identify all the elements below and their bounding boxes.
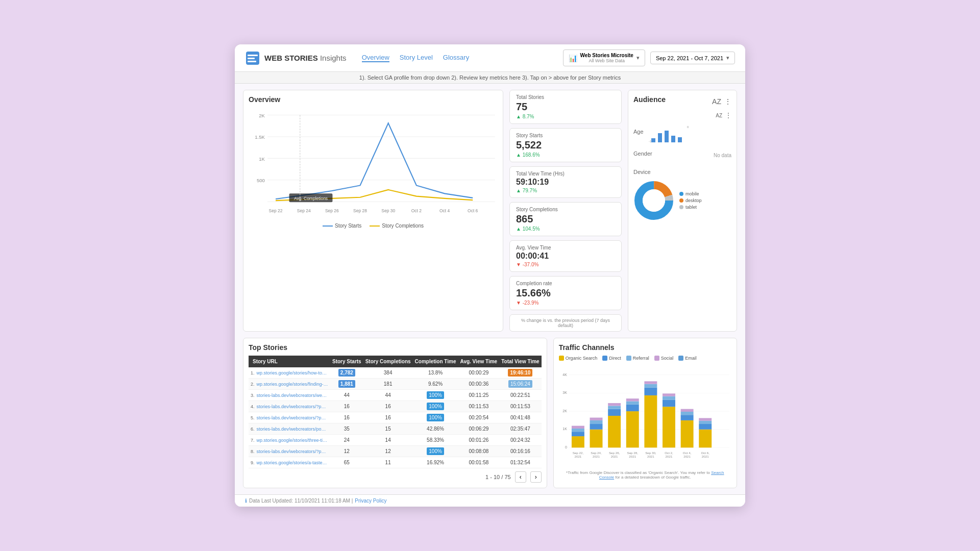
svg-rect-46 [572,432,584,436]
metrics-note: % change is vs. the previous period (7 d… [509,314,622,332]
table-row: 9.wp.stories.google/stories/a-taste-of-n… [249,457,542,468]
table-row: 6.stories-labs.dev/webcreators/poster-an… [249,423,542,435]
table-row: 2.wp.stories.google/stories/finding-your… [249,379,542,390]
story-url-link[interactable]: stories-labs.dev/webcreators/poster-and-… [257,427,330,432]
total-view-cell: 19:46:10 [499,367,541,379]
app-container: WEB STORIES Insights Overview Story Leve… [235,44,745,507]
svg-text:Sep 22,: Sep 22, [572,451,583,455]
avg-view-cell: 00:11:25 [458,390,500,401]
table-pagination: 1 - 10 / 75 ‹ › [249,471,542,483]
date-range-label: Sep 22, 2021 - Oct 7, 2021 [656,55,723,61]
svg-text:Avg. Completions: Avg. Completions [294,196,328,201]
notice-bar: 1). Select GA profile from drop down 2).… [235,72,745,84]
audience-inner-sort-btn[interactable]: AZ [716,113,722,118]
profile-dropdown[interactable]: 📊 Web Stories Microsite All Web Site Dat… [563,49,645,66]
starts-cell: 16 [330,401,363,412]
col-story-starts[interactable]: Story Starts [330,356,363,367]
organic-square [559,356,564,361]
stories-tbody: 1.wp.stories.google/stories/how-to-build… [249,367,542,468]
legend-starts-label: Story Starts [335,223,361,229]
direct-label: Direct [609,356,621,361]
metric-story-completions: Story Completions 865 ▲ 104.5% [509,202,622,236]
prev-page-btn[interactable]: ‹ [515,471,526,483]
top-row: Overview 2K 1.5K 1K 500 [243,90,737,332]
col-avg-view[interactable]: Avg. View Time [458,356,500,367]
next-page-btn[interactable]: › [530,471,542,483]
metric-label-0: Total Stories [516,94,615,100]
story-url-link[interactable]: wp.stories.google/stories/how-to-build-a… [257,370,330,375]
completions-cell: 44 [363,390,413,401]
svg-rect-67 [663,396,675,400]
svg-rect-51 [590,420,602,424]
audience-inner-more-btn[interactable]: ⋮ [725,112,731,119]
legend-email: Email [678,356,697,361]
story-url-link[interactable]: wp.stories.google/stories/three-tips-to-… [257,438,330,443]
app-title: WEB STORIES [264,54,318,62]
privacy-policy-link[interactable]: Privacy Policy [355,498,386,504]
svg-rect-52 [590,418,602,420]
total-view-cell: 00:22:51 [499,390,541,401]
audience-age-row: Age -1 0 [633,121,731,145]
metric-avg-view-time: Avg. View Time 00:00:41 ▼ -37.0% [509,240,622,272]
donut-container: mobile desktop tablet [633,180,702,221]
story-url-cell: 7.wp.stories.google/stories/three-tips-t… [249,435,330,446]
svg-rect-49 [590,430,602,448]
col-completion-time[interactable]: Completion Time [413,356,458,367]
notice-text: 1). Select GA profile from drop down 2).… [359,74,621,81]
avg-view-cell: 00:20:54 [458,412,500,423]
completion-rate-cell: 100% [413,412,458,423]
svg-rect-72 [680,409,693,412]
completion-rate-cell: 16.92% [413,457,458,468]
story-url-link[interactable]: stories-labs.dev/webcreators/?post_type=… [257,449,330,454]
audience-more-btn[interactable]: ⋮ [724,97,731,106]
starts-cell: 16 [330,412,363,423]
story-url-link[interactable]: stories-labs.dev/webcreators/?post_type=… [257,404,330,409]
svg-rect-62 [644,388,657,395]
audience-inner-header: AZ ⋮ [633,112,731,119]
date-range-dropdown[interactable]: Sep 22, 2021 - Oct 7, 2021 ▾ [650,52,735,64]
svg-rect-24 [651,138,655,142]
svg-text:Oct 6: Oct 6 [468,208,478,213]
story-url-link[interactable]: wp.stories.google/stories/a-taste-of-new… [257,460,330,465]
svg-rect-70 [680,415,693,420]
svg-rect-76 [699,418,712,420]
nav-overview[interactable]: Overview [362,54,389,62]
legend-social: Social [654,356,674,361]
tablet-label: tablet [685,205,697,210]
svg-rect-2 [248,58,255,59]
table-row: 3.stories-labs.dev/webcreators/web-stori… [249,390,542,401]
completion-rate-cell: 100% [413,446,458,457]
svg-text:Oct 4: Oct 4 [439,208,450,213]
audience-age-label: Age [633,129,644,135]
svg-rect-59 [626,402,639,405]
completions-cell: 14 [363,435,413,446]
story-url-cell: 9.wp.stories.google/stories/a-taste-of-n… [249,457,330,468]
traffic-legend: Organic Search Direct Referral Social [559,356,731,361]
audience-gender-label: Gender [633,151,652,157]
col-total-view[interactable]: Total View Time [499,356,541,367]
svg-text:2021: 2021 [665,455,672,458]
date-range-caret: ▾ [726,55,729,61]
nav-story-level[interactable]: Story Level [400,54,433,62]
svg-text:2021: 2021 [683,455,691,458]
audience-sort-btn[interactable]: AZ [712,97,721,106]
nav-glossary[interactable]: Glossary [443,54,469,62]
metric-change-2: ▲ 79.7% [516,188,615,193]
metric-label-4: Avg. View Time [516,245,615,251]
table-row: 4.stories-labs.dev/webcreators/?post_typ… [249,401,542,412]
story-url-link[interactable]: wp.stories.google/stories/finding-your-n… [257,382,330,387]
svg-text:Sep 26: Sep 26 [325,208,339,213]
total-view-cell: 00:41:48 [499,412,541,423]
story-url-link[interactable]: stories-labs.dev/webcreators/web-stories… [257,393,330,398]
story-url-cell: 6.stories-labs.dev/webcreators/poster-an… [249,423,330,435]
col-story-completions[interactable]: Story Completions [363,356,413,367]
table-row: 5.stories-labs.dev/webcreators/?post_typ… [249,412,542,423]
legend-completions-label: Story Completions [382,223,424,229]
metric-change-5: ▼ -23.9% [516,300,615,306]
svg-rect-63 [644,384,657,388]
story-url-cell: 8.stories-labs.dev/webcreators/?post_typ… [249,446,330,457]
story-url-link[interactable]: stories-labs.dev/webcreators/?post_type=… [257,415,330,420]
table-wrapper: Story URL Story Starts Story Completions… [249,356,542,468]
traffic-title: Traffic Channels [559,343,731,352]
completions-cell: 181 [363,379,413,390]
